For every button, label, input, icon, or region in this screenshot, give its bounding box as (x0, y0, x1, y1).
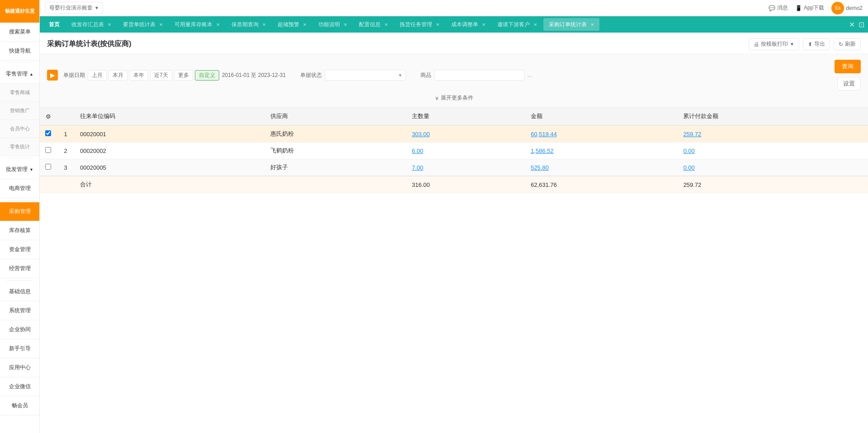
th-gear[interactable]: ⚙ (40, 108, 57, 125)
tab-gongneng[interactable]: 功能说明 ✕ (313, 18, 353, 31)
th-quantity[interactable]: 主数量 (406, 108, 525, 125)
tab-shoufahuizong[interactable]: 收发存汇总表 ✕ (66, 18, 117, 31)
sidebar-item-purchase[interactable]: 采购管理 (0, 202, 40, 221)
date-option-7days[interactable]: 近7天 (150, 70, 172, 81)
tab-baoyuanqi[interactable]: 保质期查询 ✕ (226, 18, 271, 31)
footer-empty (40, 176, 75, 193)
th-amount[interactable]: 金额 (525, 108, 678, 125)
tab-home[interactable]: 首页 (43, 18, 65, 31)
date-option-custom[interactable]: 自定义 (195, 70, 219, 81)
th-code[interactable]: 往来单位编码 (75, 108, 265, 125)
sidebar-item-ecommerce[interactable]: 电商管理 (0, 179, 40, 198)
tab-restore-icon[interactable]: ⊡ (859, 20, 864, 29)
tab-close-caigou[interactable]: ✕ (590, 22, 594, 27)
th-supplier[interactable]: 供应商 (265, 108, 406, 125)
tab-peihuorenwu[interactable]: 拣货任务管理 ✕ (394, 18, 445, 31)
td-paid-3[interactable]: 0.00 (678, 159, 868, 176)
tab-chaochuyujing[interactable]: 超储预警 ✕ (272, 18, 312, 31)
td-paid-2[interactable]: 0.00 (678, 143, 868, 159)
product-filter-label: 商品 (420, 71, 431, 79)
tab-chengbentiaozhen[interactable]: 成本调整单 ✕ (446, 18, 491, 31)
retail-label: 零售管理 (6, 70, 28, 78)
filter-toggle-btn[interactable]: ▶ (47, 70, 58, 81)
sidebar-item-member[interactable]: 会员中心 (0, 120, 40, 138)
product-input[interactable] (434, 70, 524, 81)
table-body: 1 00020001 惠氏奶粉 303.00 60,519.44 259.72 … (40, 125, 868, 176)
query-button[interactable]: 查询 (835, 60, 861, 73)
sidebar-item-basic-info[interactable]: 基础信息 (0, 282, 40, 301)
mobile-icon: 📱 (795, 5, 802, 11)
expand-conditions-btn[interactable]: ∨ 展开更多条件 (435, 94, 473, 102)
tab-close-yaohuodantongji[interactable]: ✕ (159, 22, 163, 27)
row-checkbox-3[interactable] (45, 164, 51, 170)
td-quantity-3[interactable]: 7.00 (406, 159, 525, 176)
sidebar-item-wholesale[interactable]: 批发管理 ▼ (0, 160, 40, 179)
tab-close-all-icon[interactable]: ✕ (849, 20, 855, 29)
date-option-last-month[interactable]: 上月 (88, 70, 107, 81)
action-buttons: 查询 设置 (835, 60, 861, 90)
date-option-more[interactable]: 更多 (174, 70, 193, 81)
message-btn[interactable]: 💬 消息 (769, 4, 788, 12)
sidebar-item-newbie[interactable]: 新手引导 (0, 339, 40, 358)
td-check-1[interactable] (40, 125, 57, 143)
sidebar-item-retail[interactable]: 零售管理 ▲ (0, 65, 40, 84)
row-checkbox-2[interactable] (45, 147, 51, 153)
app-download-btn[interactable]: 📱 App下载 (795, 4, 824, 12)
td-amount-1[interactable]: 60,519.44 (525, 125, 678, 143)
tab-yaohuodantongji[interactable]: 要货单统计表 ✕ (118, 18, 168, 31)
td-code-3: 00020005 (75, 159, 265, 176)
sidebar-item-finance[interactable]: 资金管理 (0, 240, 40, 259)
tab-close-chengbentiaozhen[interactable]: ✕ (482, 22, 486, 27)
td-quantity-1[interactable]: 303.00 (406, 125, 525, 143)
tab-close-chaochuyujing[interactable]: ✕ (303, 22, 307, 27)
export-button[interactable]: ⬆ 导出 (803, 38, 830, 50)
th-paid[interactable]: 累计付款金额 (678, 108, 868, 125)
tab-yaoqing[interactable]: 邀请下游客户 ✕ (492, 18, 542, 31)
tab-close-baoyuanqi[interactable]: ✕ (262, 22, 266, 27)
td-quantity-2[interactable]: 6.00 (406, 143, 525, 159)
tab-close-peihuorenwu[interactable]: ✕ (436, 22, 439, 27)
tab-keyongliang[interactable]: 可用量库存账本 ✕ (169, 18, 225, 31)
tab-close-gongneng[interactable]: ✕ (344, 22, 347, 27)
sidebar-item-vip[interactable]: 畅会员 (0, 396, 40, 415)
sidebar-item-quick-nav[interactable]: 快捷导航 (0, 42, 40, 61)
table-row[interactable]: 3 00020005 好孩子 7.00 525.80 0.00 (40, 159, 868, 176)
settings-button[interactable]: 设置 (837, 77, 861, 90)
tab-peizhi[interactable]: 配置信息 ✕ (354, 18, 393, 31)
refresh-button[interactable]: ↻ 刷新 (834, 38, 861, 50)
td-paid-1[interactable]: 259.72 (678, 125, 868, 143)
td-amount-2[interactable]: 1,586.52 (525, 143, 678, 159)
tab-close-peizhi[interactable]: ✕ (384, 22, 388, 27)
tab-close-shoufahuizong[interactable]: ✕ (108, 22, 111, 27)
table-row[interactable]: 1 00020001 惠氏奶粉 303.00 60,519.44 259.72 (40, 125, 868, 143)
table-row[interactable]: 2 00020002 飞鹤奶粉 6.00 1,586.52 0.00 (40, 143, 868, 159)
footer-row: 合计 316.00 62,631.76 259.72 (40, 176, 868, 193)
table-area: ⚙ 往来单位编码 供应商 主数量 金额 累计付款金额 (40, 108, 868, 433)
sidebar-item-wechat[interactable]: 企业微信 (0, 377, 40, 396)
sidebar-item-marketing[interactable]: 营销推广 (0, 102, 40, 120)
more-filter-btn[interactable]: ... (527, 72, 532, 78)
date-option-this-month[interactable]: 本月 (108, 70, 127, 81)
sidebar-item-retail-shop[interactable]: 零售商城 (0, 84, 40, 102)
sidebar-item-retail-stats[interactable]: 零售统计 (0, 138, 40, 156)
sidebar-item-operations[interactable]: 经营管理 (0, 259, 40, 278)
sidebar-item-app-center[interactable]: 应用中心 (0, 358, 40, 377)
row-checkbox-1[interactable] (45, 130, 51, 136)
date-option-this-year[interactable]: 本年 (129, 70, 148, 81)
sidebar-item-inventory[interactable]: 库存核算 (0, 221, 40, 240)
tab-close-keyongliang[interactable]: ✕ (216, 22, 220, 27)
status-select[interactable]: 全部 已审核 待审核 (325, 70, 406, 81)
template-print-button[interactable]: 🖨 按模板打印 ▼ (749, 38, 799, 50)
sidebar-item-system[interactable]: 系统管理 (0, 301, 40, 320)
user-profile[interactable]: Ea demo2 (831, 2, 863, 14)
sidebar-item-enterprise[interactable]: 企业协同 (0, 320, 40, 339)
td-check-2[interactable] (40, 143, 57, 159)
workspace-selector[interactable]: 母婴行业演示账套 ▼ (45, 2, 103, 14)
page-actions: 🖨 按模板打印 ▼ ⬆ 导出 ↻ 刷新 (749, 38, 861, 50)
td-check-3[interactable] (40, 159, 57, 176)
sidebar-item-search[interactable]: 搜索菜单 (0, 23, 40, 42)
td-amount-3[interactable]: 525.80 (525, 159, 678, 176)
quick-nav-label: 快捷导航 (2, 47, 38, 55)
tab-caigou[interactable]: 采购订单统计表 ✕ (543, 18, 599, 31)
tab-close-yaoqing[interactable]: ✕ (533, 22, 537, 27)
